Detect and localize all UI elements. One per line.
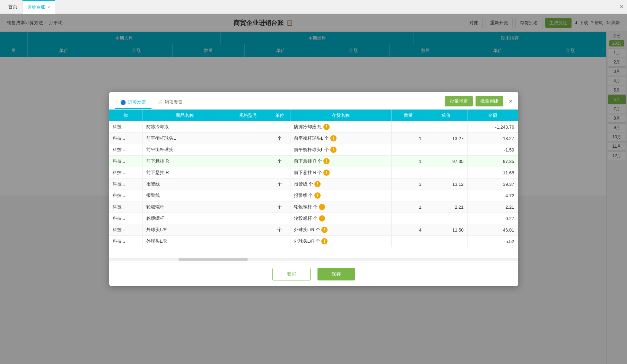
table-cell: 科技... (109, 213, 143, 224)
table-cell: 轮毂螺杆 (143, 213, 227, 224)
table-cell: 个 (269, 156, 290, 167)
table-cell: 科技... (109, 121, 143, 133)
table-cell: 轮毂螺杆 (143, 201, 227, 213)
table-cell: 个 (269, 179, 290, 190)
th-inventory-name: 存货名称 (290, 110, 391, 121)
table-cell: -5.52 (467, 236, 518, 247)
warning-icon[interactable]: ! (314, 192, 321, 199)
warning-icon[interactable]: ! (323, 170, 330, 176)
table-cell: 39.37 (467, 179, 518, 190)
table-cell: 科技... (109, 224, 143, 236)
table-cell: 科技... (109, 236, 143, 247)
outgoing-icon: 📄 (157, 100, 163, 105)
tab-incoming-invoice[interactable]: 🔵 进项发票 (115, 96, 151, 109)
th-amount: 金额 (467, 110, 518, 121)
warning-icon[interactable]: ! (321, 227, 328, 233)
incoming-icon: 🔵 (120, 100, 126, 105)
warning-icon[interactable]: ! (321, 238, 328, 244)
inventory-name-text: 外球头L/R 个 (294, 239, 321, 244)
modal-close-icon[interactable]: × (509, 98, 513, 108)
table-cell: 个 (269, 133, 290, 144)
cancel-button[interactable]: 取消 (272, 268, 311, 280)
table-cell: 2.21 (467, 201, 518, 213)
table-cell (391, 167, 425, 179)
table-cell: 报警线 个 ! (290, 190, 391, 201)
table-cell: 防冻冷却液 瓶 ! (290, 121, 391, 133)
tab-active[interactable]: 进销台账 × (22, 0, 55, 14)
tab-home[interactable]: 首页 (3, 0, 22, 14)
warning-icon[interactable]: ! (319, 215, 325, 222)
warning-icon[interactable]: ! (330, 135, 337, 141)
table-row: 科技...前下悬挂 R前下悬挂 R 个 !-11.68 (109, 167, 518, 179)
table-cell (269, 144, 290, 156)
th-col1: 你 (109, 110, 143, 121)
table-cell: 外球头L/R (143, 224, 227, 236)
top-bar: 首页 进销台账 × × (0, 0, 627, 14)
table-cell: 前平衡杆球头L (143, 144, 227, 156)
save-button[interactable]: 保存 (317, 268, 355, 280)
inventory-name-text: 防冻冷却液 瓶 (294, 124, 323, 129)
modal-scrollbar-thumb[interactable] (178, 258, 248, 261)
table-cell (269, 236, 290, 247)
table-cell (391, 213, 425, 224)
table-cell (425, 236, 467, 247)
inventory-name-text: 轮毂螺杆 个 (294, 204, 319, 209)
table-cell: 外球头L/R 个 ! (290, 224, 391, 236)
table-row: 科技...轮毂螺杆轮毂螺杆 个 !-0.27 (109, 213, 518, 224)
table-cell: 轮毂螺杆 个 ! (290, 213, 391, 224)
table-cell: -1.59 (467, 144, 518, 156)
table-cell: 1 (391, 156, 425, 167)
th-unit: 单位 (269, 110, 290, 121)
table-cell: 前下悬挂 R 个 ! (290, 167, 391, 179)
warning-icon[interactable]: ! (323, 124, 330, 130)
table-cell (425, 167, 467, 179)
tab-active-label: 进销台账 (27, 0, 45, 14)
warning-icon[interactable]: ! (319, 204, 325, 210)
warning-icon[interactable]: ! (314, 181, 321, 187)
inventory-name-text: 报警线 个 (294, 193, 314, 198)
table-cell: 外球头L/R 个 ! (290, 236, 391, 247)
table-cell: -1,243.76 (467, 121, 518, 133)
batch-create-button[interactable]: 批量创建 (476, 96, 503, 106)
modal-table: 你 商品名称 规格型号 单位 存货名称 数量 单价 金额 科技...防冻冷却液防… (109, 110, 518, 258)
tab-close-icon[interactable]: × (47, 0, 50, 14)
modal-footer: 取消 保存 (109, 262, 518, 286)
table-cell: 科技... (109, 201, 143, 213)
table-cell (425, 121, 467, 133)
table-cell (227, 133, 269, 144)
table-cell (391, 121, 425, 133)
warning-icon[interactable]: ! (330, 147, 337, 153)
table-cell (227, 121, 269, 133)
table-cell: -11.68 (467, 167, 518, 179)
tab-outgoing-invoice[interactable]: 📄 销项发票 (151, 96, 188, 109)
table-cell (425, 144, 467, 156)
table-cell (227, 213, 269, 224)
table-cell: 报警线 (143, 179, 227, 190)
table-row: 科技...报警线个报警线 个 !313.1239.37 (109, 179, 518, 190)
batch-assign-button[interactable]: 批量指定 (445, 96, 473, 106)
table-cell: 13.27 (425, 133, 467, 144)
inventory-name-text: 前下悬挂 R 个 (294, 158, 323, 164)
table-cell (227, 224, 269, 236)
table-cell: 1 (391, 133, 425, 144)
table-row: 科技...轮毂螺杆个轮毂螺杆 个 !12.212.21 (109, 201, 518, 213)
table-row: 科技...外球头L/R外球头L/R 个 !-5.52 (109, 236, 518, 247)
table-cell: 11.50 (425, 224, 467, 236)
warning-icon[interactable]: ! (323, 158, 330, 164)
table-cell (227, 190, 269, 201)
table-cell: 前下悬挂 R (143, 167, 227, 179)
table-cell (269, 121, 290, 133)
modal-scrollbar[interactable] (109, 258, 518, 261)
window-close-icon[interactable]: × (620, 3, 624, 10)
table-cell (425, 213, 467, 224)
table-row: 科技...前平衡杆球头L个前平衡杆球头L 个 !113.2713.27 (109, 133, 518, 144)
table-cell: 2.21 (425, 201, 467, 213)
table-cell: 1 (391, 201, 425, 213)
table-cell: 前下悬挂 R (143, 156, 227, 167)
inventory-name-text: 前下悬挂 R 个 (294, 170, 323, 175)
th-price: 单价 (425, 110, 467, 121)
inventory-name-text: 轮毂螺杆 个 (294, 216, 319, 221)
incoming-label: 进项发票 (128, 99, 146, 105)
table-row: 科技...外球头L/R个外球头L/R 个 !411.5046.01 (109, 224, 518, 236)
table-cell: 科技... (109, 179, 143, 190)
